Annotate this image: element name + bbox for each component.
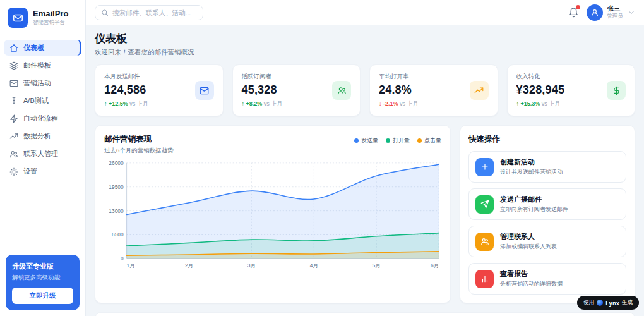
quick-action-texts: 创建新活动 设计并发送邮件营销活动	[500, 157, 563, 176]
quick-action-texts: 查看报告 分析营销活动的详细数据	[500, 269, 563, 288]
sidebar-item-email-templates[interactable]: 邮件模板	[4, 58, 81, 73]
quick-action-title: 查看报告	[500, 269, 563, 279]
layers-icon	[9, 61, 18, 70]
sidebar-item-label: 邮件模板	[23, 61, 51, 70]
home-icon	[9, 44, 18, 52]
search-input[interactable]	[112, 9, 197, 16]
upgrade-button[interactable]: 立即升级	[12, 288, 73, 304]
quick-actions-title: 快速操作	[468, 134, 626, 145]
sidebar-item-automation[interactable]: 自动化流程	[4, 111, 81, 126]
search-icon	[101, 9, 109, 16]
stat-card-emails-sent: 本月发送邮件 124,586 ↑ +12.5% vs 上月	[95, 64, 224, 116]
stat-label: 本月发送邮件	[104, 73, 148, 81]
stat-compare: vs 上月	[400, 100, 419, 107]
legend-label: 发送量	[361, 137, 378, 145]
page-title: 仪表板	[95, 32, 635, 46]
quick-action-desc: 设计并发送邮件营销活动	[500, 168, 563, 176]
stat-delta: ↑ +12.5% vs 上月	[104, 100, 148, 108]
brand-text: EmailPro 智能营销平台	[33, 9, 68, 27]
quick-actions-list: 创建新活动 设计并发送邮件营销活动 发送广播邮件 立即向所有订阅者发送邮件	[468, 151, 626, 295]
app-window: EmailPro 智能营销平台 仪表板 邮件模板 营销活动 A/B测试	[0, 0, 644, 316]
sidebar-item-label: 仪表板	[23, 43, 44, 52]
brand-logo	[8, 8, 28, 28]
legend-item-sent: 发送量	[354, 137, 378, 145]
legend-dot	[354, 138, 359, 143]
chart-header: 邮件营销表现 过去6个月的营销数据趋势 发送量 打开量 点击量	[104, 134, 441, 155]
sidebar: EmailPro 智能营销平台 仪表板 邮件模板 营销活动 A/B测试	[0, 0, 86, 316]
quick-actions-panel: 快速操作 创建新活动 设计并发送邮件营销活动 发送广播	[460, 125, 635, 303]
stat-delta-value: +15.3%	[521, 100, 540, 107]
quick-action-desc: 添加或编辑联系人列表	[500, 243, 557, 251]
users-icon	[332, 81, 351, 100]
stat-texts: 活跃订阅者 45,328 ↑ +8.2% vs 上月	[242, 73, 283, 108]
arrow-down-icon: ↓	[379, 100, 382, 107]
trending-up-icon	[9, 132, 18, 141]
chart-title: 邮件营销表现	[104, 134, 174, 145]
sidebar-item-campaigns[interactable]: 营销活动	[4, 75, 81, 91]
page-subtitle: 欢迎回来！查看您的邮件营销概况	[95, 48, 635, 57]
notification-dot	[576, 5, 580, 9]
svg-text:19500: 19500	[109, 184, 124, 190]
notifications-button[interactable]	[568, 7, 579, 18]
sidebar-item-ab-testing[interactable]: A/B测试	[4, 93, 81, 109]
mail-icon	[195, 81, 214, 100]
svg-text:26000: 26000	[109, 160, 124, 166]
quick-action-manage-contacts[interactable]: 管理联系人 添加或编辑联系人列表	[468, 226, 626, 257]
sidebar-item-analytics[interactable]: 数据分析	[4, 128, 81, 144]
stat-compare: vs 上月	[129, 100, 148, 107]
middle-row: 邮件营销表现 过去6个月的营销数据趋势 发送量 打开量 点击量 06500130…	[95, 125, 635, 303]
chart-titles: 邮件营销表现 过去6个月的营销数据趋势	[104, 134, 174, 155]
svg-text:6月: 6月	[431, 262, 439, 269]
user-menu[interactable]: 张三 管理员	[587, 4, 636, 21]
quick-action-title: 发送广播邮件	[500, 195, 568, 204]
quick-action-send-broadcast[interactable]: 发送广播邮件 立即向所有订阅者发送邮件	[468, 188, 626, 220]
legend-item-opened: 打开量	[386, 137, 410, 145]
brand-name: EmailPro	[33, 9, 68, 19]
stat-card-active-subscribers: 活跃订阅者 45,328 ↑ +8.2% vs 上月	[232, 64, 361, 116]
sidebar-item-label: 自动化流程	[23, 114, 58, 123]
svg-text:5月: 5月	[373, 262, 381, 269]
arrow-up-icon: ↑	[516, 100, 520, 107]
quick-action-title: 管理联系人	[500, 232, 557, 241]
upgrade-card: 升级至专业版 解锁更多高级功能 立即升级	[6, 255, 80, 310]
sidebar-spacer	[0, 181, 85, 249]
sidebar-item-contacts[interactable]: 联系人管理	[4, 146, 81, 162]
stat-delta-value: +8.2%	[246, 100, 263, 107]
stat-value: 45,328	[242, 83, 283, 97]
stats-row: 本月发送邮件 124,586 ↑ +12.5% vs 上月 活跃订阅者 45,3…	[95, 64, 635, 116]
sidebar-item-label: A/B测试	[23, 96, 49, 106]
performance-area-chart: 065001300019500260001月2月3月4月5月6月	[104, 159, 441, 271]
stat-compare: vs 上月	[264, 100, 283, 107]
topbar-right: 张三 管理员	[568, 4, 636, 21]
lynx-logo-icon	[597, 300, 603, 306]
legend-dot	[417, 138, 422, 143]
quick-action-texts: 管理联系人 添加或编辑联系人列表	[500, 232, 557, 251]
stat-texts: 收入转化 ¥328,945 ↑ +15.3% vs 上月	[516, 73, 565, 108]
svg-text:0: 0	[121, 255, 124, 262]
sidebar-item-dashboard[interactable]: 仪表板	[4, 40, 81, 56]
svg-text:2月: 2月	[185, 262, 193, 269]
trending-up-icon	[470, 81, 489, 100]
brand-header: EmailPro 智能营销平台	[0, 0, 85, 35]
sidebar-item-settings[interactable]: 设置	[4, 164, 81, 179]
search-box[interactable]	[95, 5, 203, 20]
stat-card-open-rate: 平均打开率 24.8% ↓ -2.1% vs 上月	[369, 64, 498, 116]
send-icon	[475, 195, 494, 214]
test-tube-icon	[9, 97, 18, 106]
stat-label: 活跃订阅者	[242, 73, 283, 81]
stat-delta: ↑ +8.2% vs 上月	[242, 100, 283, 108]
lynx-generated-badge[interactable]: 使用 Lynx 生成	[577, 296, 639, 310]
stat-delta-value: -2.1%	[383, 100, 398, 107]
badge-prefix: 使用	[583, 299, 594, 307]
quick-action-view-reports[interactable]: 查看报告 分析营销活动的详细数据	[468, 263, 626, 295]
avatar	[587, 4, 603, 21]
stat-label: 收入转化	[516, 73, 565, 81]
quick-action-create-campaign[interactable]: 创建新活动 设计并发送邮件营销活动	[468, 151, 626, 183]
stat-card-revenue: 收入转化 ¥328,945 ↑ +15.3% vs 上月	[507, 64, 636, 116]
svg-text:4月: 4月	[310, 262, 318, 269]
badge-suffix: 生成	[622, 299, 633, 307]
stat-texts: 平均打开率 24.8% ↓ -2.1% vs 上月	[379, 73, 419, 108]
gear-icon	[9, 167, 18, 176]
legend-label: 点击量	[424, 137, 441, 145]
sidebar-item-label: 营销活动	[23, 78, 51, 88]
